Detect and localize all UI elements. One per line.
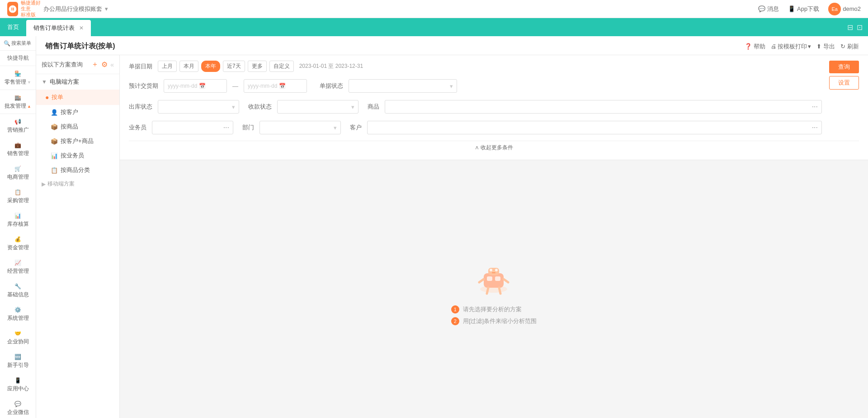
empty-tip-1: 1 请先选择要分析的方案 [451, 305, 537, 314]
sidebar-item-inventory[interactable]: 📊 库存核算 [0, 208, 36, 232]
tree-item-by-customer-goods[interactable]: 📦 按客户+商品 [36, 134, 119, 148]
date-dash: — [232, 83, 238, 90]
sidebar-item-wechat[interactable]: 💬 企业微信 [0, 396, 36, 418]
panel-header: 按以下方案查询 ＋ ⚙ « [36, 55, 119, 74]
tab-close-icon[interactable]: ✕ [79, 25, 84, 31]
svg-point-6 [495, 269, 498, 271]
goods-more-icon[interactable]: ··· [812, 103, 818, 111]
tree-item-by-staff[interactable]: 📊 按业务员 [36, 148, 119, 163]
sidebar-item-guide[interactable]: 🆕 新手引导 [0, 349, 36, 373]
retail-icon: 🏪 [14, 71, 21, 77]
date-btn-custom[interactable]: 自定义 [269, 61, 294, 72]
sidebar-item-wholesale[interactable]: 🏬 批发管理 ▲ [0, 90, 36, 114]
help-button[interactable]: ❓ 帮助 [745, 43, 765, 51]
staff-icon-tree: 📊 [51, 152, 58, 159]
tree-item-by-goods[interactable]: 📦 按商品 [36, 119, 119, 134]
sidebar-item-marketing[interactable]: 📢 营销推广 [0, 114, 36, 138]
corp-icon: 🤝 [14, 330, 21, 337]
right-panel: 单据日期 上月 本月 本年 近7天 更多 自定义 2023-01-01 至 20… [120, 55, 868, 418]
panel-collapse-icon[interactable]: « [110, 61, 114, 68]
empty-illustration [471, 253, 516, 298]
dept-select[interactable]: ▾ [259, 121, 341, 134]
svg-line-10 [487, 288, 488, 294]
search-button[interactable]: 查询 [829, 61, 859, 73]
avatar-circle: Ea [828, 3, 841, 15]
logo-icon [7, 2, 18, 16]
tab-expand-icon[interactable]: ⊡ [857, 23, 863, 32]
filter-row-3: 出库状态 ▾ 收款状态 ▾ 商品 [129, 100, 822, 114]
sidebar-item-basic[interactable]: 🔧 基础信息 [0, 279, 36, 302]
panel-settings-icon[interactable]: ⚙ [101, 60, 108, 69]
sidebar-item-sales[interactable]: 💼 销售管理 [0, 138, 36, 161]
user-avatar[interactable]: Ea demo2 [828, 3, 861, 15]
mobile-section-header[interactable]: ▶ 移动端方案 [36, 177, 119, 190]
ship-status-arrow-icon: ▾ [232, 104, 235, 110]
category-icon: 📋 [51, 167, 58, 174]
filter-row-2: 预计交货期 yyyy-mm-dd 📅 — yyyy-mm-dd 📅 [129, 79, 822, 93]
expand-icon: ▼ [42, 79, 47, 85]
sidebar-item-ecommerce[interactable]: 🛒 电商管理 [0, 161, 36, 185]
inner-layout: 按以下方案查询 ＋ ⚙ « ▼ 电脑端方案 ● 按单 👤 按客户 [36, 55, 868, 418]
main-layout: 🔍 搜索菜单 快捷导航 🏪 零售管理 ▼ 🏬 批发管理 ▲ [0, 36, 868, 418]
app-download-button[interactable]: 📱 App下载 [788, 5, 819, 13]
download-icon: 📱 [788, 5, 795, 12]
expected-date-start[interactable]: yyyy-mm-dd 📅 [164, 79, 227, 93]
tab-minimize-icon[interactable]: ⊟ [847, 23, 853, 32]
sales-icon: 💼 [14, 142, 21, 148]
sidebar-item-operation[interactable]: 📈 经营管理 [0, 255, 36, 279]
sidebar-item-system[interactable]: ⚙️ 系统管理 [0, 302, 36, 326]
date-btn-more[interactable]: 更多 [248, 61, 267, 72]
date-btn-this-month[interactable]: 本月 [179, 61, 198, 72]
sidebar-nav-shortcut[interactable]: 快捷导航 [0, 51, 36, 66]
export-button[interactable]: ⬆ 导出 [816, 43, 835, 51]
tree-item-by-customer[interactable]: 👤 按客户 [36, 105, 119, 119]
sidebar-search[interactable]: 🔍 搜索菜单 [0, 36, 36, 51]
sidebar-item-app-center[interactable]: 📱 应用中心 [0, 373, 36, 396]
page-header: 销售订单统计表(按单) ❓ 帮助 🖨 按模板打印 ▾ ⬆ 导出 ↻ 刷新 [36, 36, 868, 55]
svg-point-5 [490, 269, 492, 271]
messages-button[interactable]: 💬 消息 [758, 5, 779, 13]
print-icon: 🖨 [771, 43, 777, 50]
customer-input[interactable]: ··· [367, 121, 822, 134]
empty-tip-2: 2 用[过滤]条件来缩小分析范围 [451, 317, 537, 325]
setting-button[interactable]: 设置 [829, 76, 859, 90]
tab-sales-order[interactable]: 销售订单统计表 ✕ [26, 20, 91, 36]
collapse-bar[interactable]: ∧ 收起更多条件 [129, 141, 859, 154]
expected-date-end[interactable]: yyyy-mm-dd 📅 [244, 79, 307, 93]
sidebar-item-purchase[interactable]: 📋 采购管理 [0, 185, 36, 208]
system-icon: ⚙️ [14, 307, 21, 313]
filter-row-1: 单据日期 上月 本月 本年 近7天 更多 自定义 2023-01-01 至 20… [129, 61, 859, 139]
date-btn-7days[interactable]: 近7天 [223, 61, 245, 72]
sidebar-item-retail[interactable]: 🏪 零售管理 ▼ [0, 66, 36, 90]
filter-area: 单据日期 上月 本月 本年 近7天 更多 自定义 2023-01-01 至 20… [120, 55, 868, 160]
empty-tips: 1 请先选择要分析的方案 2 用[过滤]条件来缩小分析范围 [451, 305, 537, 325]
search-icon: 🔍 [4, 40, 10, 47]
sidebar-item-finance[interactable]: 💰 资金管理 [0, 232, 36, 255]
filter-row-4: 业务员 ··· 部门 ▾ 客户 [129, 121, 822, 134]
ship-status-select[interactable]: ▾ [158, 100, 239, 114]
tree-item-by-goods-category[interactable]: 📋 按商品分类 [36, 163, 119, 177]
refresh-button[interactable]: ↻ 刷新 [840, 43, 859, 51]
panel-add-icon[interactable]: ＋ [91, 60, 99, 69]
order-status-select[interactable]: ▾ [349, 79, 457, 93]
collapse-icon: ∧ [475, 144, 479, 151]
workspace-title[interactable]: 办公用品行业模拟账套 ▾ [43, 5, 758, 13]
filter-left: 单据日期 上月 本月 本年 近7天 更多 自定义 2023-01-01 至 20… [129, 61, 822, 139]
mobile-expand-icon: ▶ [42, 181, 46, 187]
message-icon: 💬 [758, 5, 765, 12]
sidebar-item-corp[interactable]: 🤝 企业协同 [0, 326, 36, 349]
order-status-arrow-icon: ▾ [450, 83, 453, 90]
customer-more-icon[interactable]: ··· [812, 124, 818, 132]
goods-input[interactable]: ··· [385, 100, 822, 114]
payment-status-select[interactable]: ▾ [277, 100, 359, 114]
date-btn-last-month[interactable]: 上月 [158, 61, 177, 72]
staff-input[interactable]: ··· [152, 121, 233, 134]
date-btn-this-year[interactable]: 本年 [201, 61, 220, 72]
tree-item-by-order[interactable]: ● 按单 [36, 90, 119, 105]
sidebar: 🔍 搜索菜单 快捷导航 🏪 零售管理 ▼ 🏬 批发管理 ▲ [0, 36, 36, 418]
tab-home[interactable]: 首页 [0, 18, 26, 36]
content-body: 1 请先选择要分析的方案 2 用[过滤]条件来缩小分析范围 [120, 160, 868, 418]
staff-more-icon[interactable]: ··· [223, 124, 229, 132]
tree-parent-pc[interactable]: ▼ 电脑端方案 [36, 74, 119, 90]
print-template-button[interactable]: 🖨 按模板打印 ▾ [771, 43, 811, 51]
